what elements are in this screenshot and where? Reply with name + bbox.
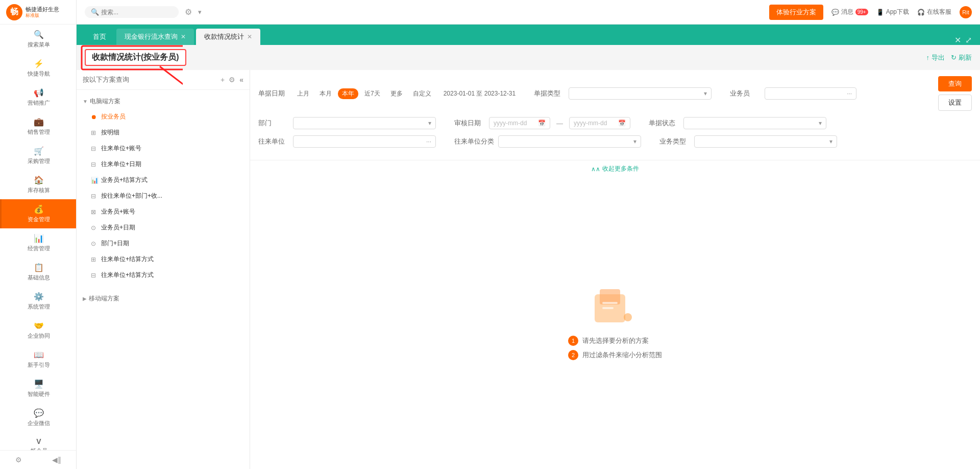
main-right: 单据日期 上月 本月 本年 近7天 更多 自定义 — [250, 70, 980, 469]
counterpart-select[interactable]: ··· — [293, 135, 436, 148]
page-header: 收款情况统计(按业务员) ↑ 导出 ↻ 刷新 — [77, 45, 980, 70]
review-date-label: 审核日期 — [454, 119, 485, 128]
biz-type-select[interactable]: ▾ — [694, 135, 837, 148]
search-icon: 🔍 — [91, 8, 99, 16]
receipt-stats-tab-close[interactable]: ✕ — [247, 33, 252, 40]
mobile-group-header[interactable]: ▶ 移动端方案 — [77, 291, 250, 306]
doc-type-filter: 单据类型 ▾ — [534, 87, 712, 100]
sidebar-item-search-menu[interactable]: 🔍 搜索菜单 — [0, 25, 76, 54]
more-tab[interactable]: 更多 — [386, 88, 407, 99]
doc-type-select[interactable]: ▾ — [569, 87, 712, 100]
scheme-by-partner-settle2[interactable]: ⊟ 往来单位+结算方式 — [77, 267, 250, 283]
collapse-sidebar-btn[interactable]: ◀‖ — [52, 456, 61, 464]
custom-tab[interactable]: 自定义 — [409, 88, 435, 99]
tab-home[interactable]: 首页 — [85, 29, 114, 45]
counterpart-more-btn[interactable]: ··· — [426, 138, 431, 145]
scheme-by-partner-dept[interactable]: ⊟ 按往来单位+部门+收... — [77, 188, 250, 204]
desktop-group-header[interactable]: ▼ 电脑端方案 — [77, 94, 250, 109]
scheme-panel-header: 按以下方案查询 + ⚙ « — [77, 70, 250, 90]
scheme-by-dept-date[interactable]: ⊙ 部门+日期 — [77, 236, 250, 251]
doc-status-select[interactable]: ▾ — [683, 117, 826, 129]
sales-date-icon: ⊙ — [91, 224, 98, 231]
scheme-by-sales-account[interactable]: ⊠ 业务员+账号 — [77, 204, 250, 220]
scheme-by-partner-date[interactable]: ⊟ 往来单位+日期 — [77, 156, 250, 172]
app-download-btn[interactable]: 📱 App下载 — [876, 8, 909, 16]
tab-receipt-stats[interactable]: 收款情况统计 ✕ — [196, 29, 260, 45]
sidebar-item-sales[interactable]: 💼 销售管理 — [0, 112, 76, 141]
close-window-btn[interactable]: ✕ — [954, 35, 961, 45]
date-tabs: 上月 本月 本年 近7天 更多 自定义 — [293, 88, 435, 99]
topbar-search-box[interactable]: 🔍 — [85, 6, 179, 18]
doc-type-label: 单据类型 — [534, 89, 565, 98]
empty-text: 1 请先选择要分析的方案 2 用过滤条件来缩小分析范围 — [568, 336, 662, 360]
filter-row-1: 单据日期 上月 本月 本年 近7天 更多 自定义 — [258, 76, 972, 111]
review-date-start[interactable]: yyyy-mm-dd 📅 — [489, 117, 550, 129]
dept-select[interactable]: ▾ — [293, 117, 436, 129]
settings-bottom-btn[interactable]: ⚙ — [15, 456, 22, 464]
scheme-by-detail[interactable]: ⊞ 按明细 — [77, 125, 250, 140]
export-btn[interactable]: ↑ 导出 — [926, 53, 945, 62]
review-date-filter: 审核日期 yyyy-mm-dd 📅 — yyyy-mm-dd 📅 — [454, 117, 630, 129]
query-btn[interactable]: 查询 — [938, 76, 972, 91]
scheme-by-partner-settle1[interactable]: ⊞ 往来单位+结算方式 — [77, 251, 250, 267]
refresh-btn[interactable]: ↻ 刷新 — [951, 53, 972, 62]
user-btn[interactable]: Rit — [960, 6, 972, 18]
sidebar-item-basic[interactable]: 📋 基础信息 — [0, 257, 76, 287]
last-month-tab[interactable]: 上月 — [293, 88, 313, 99]
scheme-by-partner-account[interactable]: ⊟ 往来单位+账号 — [77, 140, 250, 156]
this-year-tab[interactable]: 本年 — [338, 88, 358, 99]
content-area: 收款情况统计(按业务员) ↑ 导出 ↻ 刷新 按以下方案查询 — [77, 45, 980, 469]
trial-btn[interactable]: 体验行业方案 — [769, 5, 823, 20]
collapse-panel-btn[interactable]: « — [239, 76, 243, 84]
sidebar-item-hardware[interactable]: 🖥️ 智能硬件 — [0, 374, 76, 403]
counterpart-category-select[interactable]: ▾ — [498, 135, 641, 148]
sidebar-item-inventory[interactable]: 🏠 库存核算 — [0, 170, 76, 199]
panel-btns: + ⚙ « — [220, 76, 243, 84]
collapse-more-btn[interactable]: ∧∧ 收起更多条件 — [591, 165, 639, 173]
maximize-btn[interactable]: ⤢ — [965, 35, 972, 45]
sidebar-item-purchase[interactable]: 🛒 采购管理 — [0, 141, 76, 170]
sidebar-item-guide[interactable]: 📖 新手引导 — [0, 345, 76, 374]
collapse-chevron-icon: ∧∧ — [591, 166, 600, 173]
scheme-by-sales-settle[interactable]: 📊 业务员+结算方式 — [77, 172, 250, 188]
user-avatar: Rit — [960, 6, 972, 18]
wechat-icon: 💬 — [34, 408, 44, 418]
tab-bank-flow[interactable]: 现金银行流水查询 ✕ — [116, 29, 194, 45]
svg-rect-4 — [602, 307, 614, 309]
add-scheme-btn[interactable]: + — [220, 76, 225, 84]
content-body: 按以下方案查询 + ⚙ « ▼ 电脑端方案 — [77, 70, 980, 469]
logo-icon: 畅 — [6, 4, 22, 20]
step-2-num: 2 — [568, 350, 578, 360]
sidebar-item-system[interactable]: ⚙️ 系统管理 — [0, 287, 76, 316]
bank-flow-tab-close[interactable]: ✕ — [181, 33, 186, 40]
sidebar-item-operations[interactable]: 📊 经营管理 — [0, 228, 76, 257]
hardware-icon: 🖥️ — [34, 379, 44, 389]
inventory-icon: 🏠 — [34, 175, 44, 185]
sidebar-item-quick-nav[interactable]: ⚡ 快捷导航 — [0, 54, 76, 83]
date-range-display: 2023-01-01 至 2023-12-31 — [444, 89, 516, 98]
sidebar-item-finance[interactable]: 💰 资金管理 — [0, 199, 76, 228]
settings-icon[interactable]: ⚙ — [185, 7, 192, 17]
topbar-left: 🔍 ⚙ ▾ — [85, 6, 202, 18]
review-date-end[interactable]: yyyy-mm-dd 📅 — [569, 117, 630, 129]
scheme-settings-btn[interactable]: ⚙ — [229, 76, 235, 84]
scheme-by-salesperson[interactable]: ⏺ 按业务员 — [77, 109, 250, 125]
online-service-btn[interactable]: 🎧 在线客服 — [917, 8, 951, 16]
scheme-by-sales-date[interactable]: ⊙ 业务员+日期 — [77, 220, 250, 236]
dropdown-icon[interactable]: ▾ — [198, 8, 202, 16]
svg-point-2 — [624, 313, 632, 321]
sidebar-item-member[interactable]: V 畅会员 — [0, 432, 76, 450]
sidebar-item-marketing[interactable]: 📢 营销推广 — [0, 83, 76, 112]
search-input[interactable] — [101, 9, 173, 16]
last7-tab[interactable]: 近7天 — [360, 88, 384, 99]
basic-icon: 📋 — [34, 263, 44, 272]
sidebar-item-wechat[interactable]: 💬 企业微信 — [0, 403, 76, 432]
this-month-tab[interactable]: 本月 — [315, 88, 336, 99]
dept-filter: 部门 ▾ — [258, 117, 436, 129]
message-btn[interactable]: 💬 消息 99+ — [831, 8, 868, 16]
setting-btn[interactable]: 设置 — [938, 95, 972, 111]
sidebar-item-cooperation[interactable]: 🤝 企业协同 — [0, 316, 76, 345]
filter-actions: 查询 设置 — [938, 76, 972, 111]
salesperson-select[interactable]: ··· — [765, 87, 856, 100]
salesperson-more-btn[interactable]: ··· — [847, 90, 852, 97]
